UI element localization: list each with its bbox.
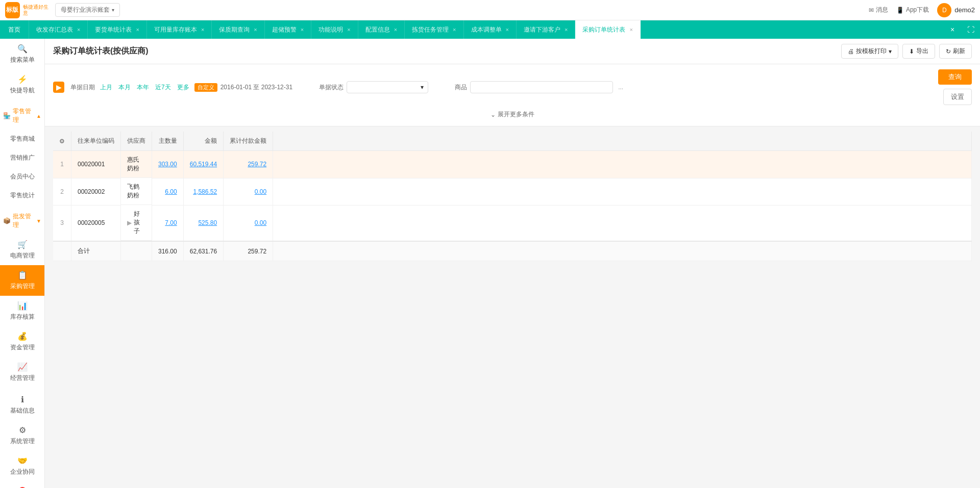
tab-close-icon[interactable]: × [629, 27, 632, 33]
sidebar-item-operations[interactable]: 📈 经营管理 [0, 357, 44, 388]
sidebar-item-search[interactable]: 🔍 搜索菜单 [0, 39, 44, 69]
cell-qty: 6.00 [152, 178, 184, 205]
tab-close-all-button[interactable]: × [943, 20, 962, 39]
tab-close-icon[interactable]: × [136, 27, 139, 33]
sidebar-item-quicknav[interactable]: ⚡ 快捷导航 [0, 69, 44, 100]
tab-chengben[interactable]: 成本调整单 × [464, 20, 517, 39]
workspace-chevron-icon: ▾ [112, 7, 114, 13]
page-actions: 🖨 按模板打印 ▾ ⬇ 导出 ↻ 刷新 [841, 44, 972, 59]
user-name[interactable]: demo2 [954, 6, 975, 14]
tab-baozhi[interactable]: 保质期查询 × [212, 20, 264, 39]
data-table: ⚙ 往来单位编码 供应商 主数量 金额 累计付款金额 1 00020001 惠氏… [53, 132, 972, 261]
col-empty [273, 132, 972, 151]
purchase-icon: 📋 [17, 270, 28, 280]
goods-input[interactable] [470, 81, 613, 93]
expand-arrow-icon[interactable]: ▶ [127, 219, 132, 226]
search-icon: 🔍 [17, 44, 28, 54]
tab-close-icon[interactable]: × [394, 27, 397, 33]
tab-close-icon[interactable]: × [77, 27, 80, 33]
refresh-icon: ↻ [946, 48, 951, 55]
setting-button[interactable]: 设置 [943, 89, 972, 105]
tab-keyong[interactable]: 可用量库存账本 × [147, 20, 212, 39]
this-year-shortcut[interactable]: 本年 [135, 82, 151, 93]
printer-icon: 🖨 [848, 48, 854, 55]
sidebar-item-finance[interactable]: 💰 资金管理 [0, 326, 44, 357]
sidebar-item-ecommerce[interactable]: 🛒 电商管理 [0, 235, 44, 265]
sidebar-item-newguide[interactable]: 🎯 新手引导 [0, 481, 44, 488]
tab-close-icon[interactable]: × [347, 27, 350, 33]
expand-conditions-button[interactable]: ⌄ 展开更多条件 [488, 108, 536, 121]
tab-close-icon[interactable]: × [565, 27, 568, 33]
tab-close-icon[interactable]: × [506, 27, 509, 33]
more-date-shortcut[interactable]: 更多 [175, 82, 191, 93]
more-options-button[interactable]: ... [616, 83, 625, 92]
status-select[interactable]: ▾ [347, 81, 428, 93]
table-footer-row: 合计 316.00 62,631.76 259.72 [53, 241, 972, 261]
cell-amount: 1,586.52 [183, 178, 223, 205]
tab-caigou-active[interactable]: 采购订单统计表 × [575, 20, 640, 39]
cell-index: 1 [53, 151, 71, 178]
sidebar-item-basic[interactable]: ℹ 基础信息 [0, 390, 44, 420]
message-icon: ✉ [869, 7, 874, 14]
chevron-up-icon: ▲ [36, 113, 41, 119]
cell-code: 00020001 [71, 151, 121, 178]
date-shortcuts: 上月 本月 本年 近7天 更多 [98, 82, 191, 93]
tab-gongneng[interactable]: 功能说明 × [311, 20, 358, 39]
sidebar-item-inventory[interactable]: 📊 库存核算 [0, 296, 44, 326]
filter-date-item: 单据日期 上月 本月 本年 近7天 更多 自定义 2016-01-01 至 20… [70, 82, 292, 93]
export-icon: ⬇ [909, 48, 914, 55]
export-button[interactable]: ⬇ 导出 [902, 44, 935, 59]
query-button[interactable]: 查询 [938, 69, 972, 85]
sidebar-item-retail[interactable]: 🏪 零售管理 ▲ [0, 102, 44, 130]
tab-chaochu[interactable]: 超储预警 × [265, 20, 311, 39]
tab-close-icon[interactable]: × [453, 27, 456, 33]
cell-qty: 7.00 [152, 205, 184, 241]
sidebar-item-wholesale[interactable]: 📦 批发管理 ▼ [0, 207, 44, 235]
last-month-shortcut[interactable]: 上月 [98, 82, 114, 93]
last-7days-shortcut[interactable]: 近7天 [153, 82, 173, 93]
tab-yaoqing[interactable]: 邀请下游客户 × [517, 20, 575, 39]
user-area[interactable]: D demo2 [937, 3, 975, 17]
main-layout: 🔍 搜索菜单 ⚡ 快捷导航 🏪 零售管理 ▲ 零售商城 营销推广 会员中心 零售… [0, 39, 980, 488]
sidebar-item-retail-shop[interactable]: 零售商城 [0, 130, 44, 148]
table-container: ⚙ 往来单位编码 供应商 主数量 金额 累计付款金额 1 00020001 惠氏… [45, 126, 980, 488]
sidebar-item-members[interactable]: 会员中心 [0, 167, 44, 186]
tab-peizhi[interactable]: 配置信息 × [358, 20, 405, 39]
filter-toggle-button[interactable]: ▶ [53, 82, 64, 93]
wholesale-icon: 📦 [3, 217, 11, 224]
footer-empty-3 [273, 241, 972, 261]
gear-settings-icon[interactable]: ⚙ [59, 138, 65, 145]
col-paid: 累计付款金额 [224, 132, 273, 151]
tab-close-icon[interactable]: × [201, 27, 204, 33]
this-month-shortcut[interactable]: 本月 [116, 82, 133, 93]
tab-yaohuo[interactable]: 要货单统计表 × [88, 20, 146, 39]
tab-maximize-button[interactable]: ⛶ [962, 20, 980, 39]
sidebar-item-marketing[interactable]: 营销推广 [0, 148, 44, 167]
enterprise-icon: 🤝 [17, 456, 28, 466]
sidebar-item-retail-stat[interactable]: 零售统计 [0, 186, 44, 205]
tab-shoufahu[interactable]: 收发存汇总表 × [29, 20, 88, 39]
retail-icon: 🏪 [3, 112, 11, 119]
avatar-initials: D [942, 7, 947, 14]
print-button[interactable]: 🖨 按模板打印 ▾ [841, 44, 898, 59]
inventory-icon: 📊 [17, 301, 28, 311]
tab-close-icon[interactable]: × [254, 27, 257, 33]
tab-home[interactable]: 首页 [0, 20, 29, 39]
footer-empty-2 [121, 241, 152, 261]
sidebar-item-system[interactable]: ⚙ 系统管理 [0, 420, 44, 451]
sidebar-item-purchase[interactable]: 📋 采购管理 [0, 265, 44, 296]
custom-date-tag[interactable]: 自定义 [194, 83, 217, 92]
filter-status-item: 单据状态 ▾ [319, 81, 428, 93]
date-filter-label: 单据日期 [70, 83, 95, 92]
workspace-selector[interactable]: 母婴行业演示账套 ▾ [55, 3, 120, 17]
sidebar-item-enterprise[interactable]: 🤝 企业协同 [0, 451, 44, 481]
refresh-button[interactable]: ↻ 刷新 [939, 44, 972, 59]
tab-close-icon[interactable]: × [301, 27, 304, 33]
filter-row-2: ⌄ 展开更多条件 [53, 108, 972, 121]
cell-supplier: 飞鹤奶粉 [121, 178, 152, 205]
col-gear: ⚙ [53, 132, 71, 151]
tab-pihuo[interactable]: 拣货任务管理 × [405, 20, 463, 39]
app-download-button[interactable]: 📱 App下载 [896, 6, 929, 14]
message-button[interactable]: ✉ 消息 [869, 6, 888, 14]
chevron-down-icon: ▼ [36, 218, 41, 224]
